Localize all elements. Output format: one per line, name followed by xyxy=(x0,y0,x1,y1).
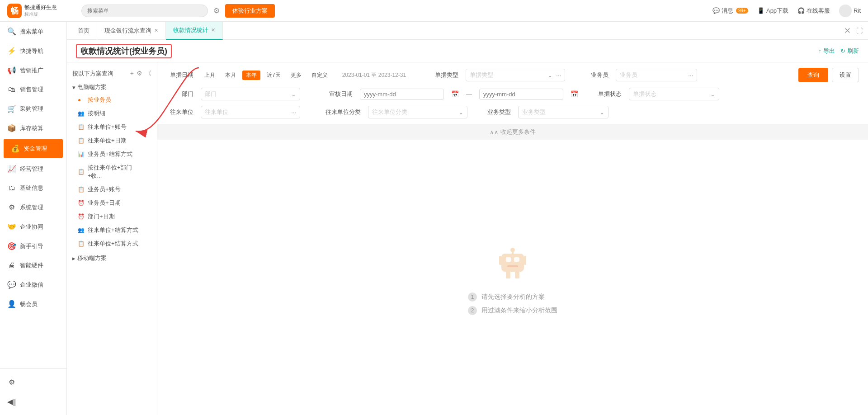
scheme-settings-icon[interactable]: ⚙ xyxy=(137,70,142,78)
tab-collection[interactable]: 收款情况统计 ✕ xyxy=(166,22,223,40)
tab-home[interactable]: 首页 xyxy=(71,22,97,40)
sidebar-item-operations[interactable]: 📈 经营管理 xyxy=(0,159,66,179)
export-icon: ↑ xyxy=(819,47,822,54)
add-scheme-icon[interactable]: + xyxy=(130,70,134,78)
close-all-tabs[interactable]: ✕ xyxy=(840,26,854,36)
calendar-end-icon[interactable]: 📅 xyxy=(571,90,578,98)
dept-select[interactable]: 部门 ⌄ xyxy=(201,88,300,100)
settings-icon: ⚙ xyxy=(7,378,16,387)
partner-category-select[interactable]: 往来单位分类 ⌄ xyxy=(368,106,467,118)
voucher-type-select[interactable]: 单据类型 ⌄ ··· xyxy=(466,69,565,81)
date-tab-last-month[interactable]: 上月 xyxy=(201,71,219,80)
main-area: 首页 现金银行流水查询 ✕ 收款情况统计 ✕ ✕ ⛶ 收款情况统计(按业务员) … xyxy=(67,22,868,415)
biz-type-label: 业务类型 xyxy=(484,108,511,116)
search-input[interactable] xyxy=(81,5,208,17)
sidebar-item-marketing[interactable]: 📢 营销推广 xyxy=(0,61,66,80)
tab-close-bank[interactable]: ✕ xyxy=(154,28,158,33)
sidebar-item-basic[interactable]: 🗂 基础信息 xyxy=(0,179,66,198)
review-date-end[interactable] xyxy=(479,89,563,100)
inventory-icon: 📦 xyxy=(7,124,16,132)
scheme-collapse-icon[interactable]: 《 xyxy=(145,70,151,78)
voucher-status-select[interactable]: 单据状态 ⌄ xyxy=(629,88,719,100)
sidebar-item-search[interactable]: 🔍 搜索菜单 xyxy=(0,22,66,41)
partner-category-arrow: ⌄ xyxy=(458,109,463,116)
partner-account-icon: 📋 xyxy=(78,124,85,130)
partner-select[interactable]: 往来单位 ··· xyxy=(201,106,300,118)
scheme-item-partner-date[interactable]: 📋 往来单位+日期 xyxy=(67,134,157,147)
collapse-more-btn[interactable]: ∧∧ 收起更多条件 xyxy=(157,124,868,140)
scheme-item-dept-date[interactable]: ⏰ 部门+日期 xyxy=(67,210,157,223)
scheme-item-salesman-account[interactable]: 📋 业务员+账号 xyxy=(67,183,157,196)
more-icon[interactable]: ··· xyxy=(556,72,561,79)
wechat-icon: 💬 xyxy=(7,280,16,289)
download-icon: 📱 xyxy=(757,7,764,14)
try-btn[interactable]: 体验行业方案 xyxy=(225,4,275,18)
empty-robot-icon xyxy=(490,240,535,285)
sidebar-item-member[interactable]: 👤 畅会员 xyxy=(0,294,66,314)
sidebar-item-inventory[interactable]: 📦 库存核算 xyxy=(0,118,66,138)
date-label: 单据日期 xyxy=(166,71,193,79)
search-icon: 🔍 xyxy=(7,27,16,36)
avatar xyxy=(839,5,852,17)
sidebar-item-nav[interactable]: ⚡ 快捷导航 xyxy=(0,41,66,61)
filter-actions: 查询 设置 xyxy=(798,68,859,82)
tab-expand[interactable]: ⛶ xyxy=(854,27,864,34)
scheme-item-salesman-date[interactable]: ⏰ 业务员+日期 xyxy=(67,196,157,210)
online-service-btn[interactable]: 🎧 在线客服 xyxy=(797,7,830,15)
review-date-start[interactable] xyxy=(360,89,444,100)
top-bar: 畅 畅捷通好生意 标准版 ⚙ 体验行业方案 💬 消息 99+ 📱 App下载 🎧… xyxy=(0,0,868,22)
svg-rect-9 xyxy=(512,252,514,255)
settings-icon[interactable]: ⚙ xyxy=(213,6,220,15)
user-area[interactable]: Rit xyxy=(839,5,861,17)
salesman-label: 业务员 xyxy=(581,71,609,79)
calendar-start-icon[interactable]: 📅 xyxy=(451,90,459,98)
salesman-value: 业务员 xyxy=(620,71,637,79)
sidebar-item-system[interactable]: ⚙ 系统管理 xyxy=(0,198,66,217)
date-tab-custom[interactable]: 自定义 xyxy=(308,71,331,80)
biz-type-select[interactable]: 业务类型 ⌄ xyxy=(518,106,609,118)
partner-more[interactable]: ··· xyxy=(291,109,296,116)
sidebar-item-collab[interactable]: 🤝 企业协同 xyxy=(0,217,66,236)
finance-icon: 💰 xyxy=(11,144,20,153)
tab-close-collection[interactable]: ✕ xyxy=(211,27,215,33)
empty-state: 1 请先选择要分析的方案 2 用过滤条件来缩小分析范围 xyxy=(157,140,868,415)
page-actions: ↑ 导出 ↻ 刷新 xyxy=(819,47,859,55)
scheme-item-salesman-settle[interactable]: 📊 业务员+结算方式 xyxy=(67,147,157,161)
svg-rect-3 xyxy=(507,265,518,267)
query-btn[interactable]: 查询 xyxy=(798,68,828,82)
date-tab-this-month[interactable]: 本月 xyxy=(222,71,240,80)
review-date-label: 审核日期 xyxy=(326,90,353,98)
date-tab-this-year[interactable]: 本年 xyxy=(242,71,260,80)
tab-bank-flow[interactable]: 现金银行流水查询 ✕ xyxy=(97,22,166,40)
export-btn[interactable]: ↑ 导出 xyxy=(819,47,835,55)
top-search xyxy=(81,5,208,17)
sidebar-item-guide[interactable]: 🎯 新手引导 xyxy=(0,236,66,256)
sidebar-item-wechat[interactable]: 💬 企业微信 xyxy=(0,275,66,294)
settings-btn[interactable]: 设置 xyxy=(832,68,859,82)
sidebar-item-hardware[interactable]: 🖨 智能硬件 xyxy=(0,256,66,275)
sidebar-item-settings[interactable]: ⚙ xyxy=(0,373,66,392)
svg-rect-6 xyxy=(506,272,510,278)
refresh-btn[interactable]: ↻ 刷新 xyxy=(840,47,859,55)
scheme-item-salesman[interactable]: ● 按业务员 xyxy=(67,93,157,107)
voucher-status-value: 单据状态 xyxy=(633,90,656,98)
sidebar-item-collapse[interactable]: ◀‖ xyxy=(0,392,66,411)
scheme-item-detail[interactable]: 👥 按明细 xyxy=(67,107,157,120)
salesman-select[interactable]: 业务员 ··· xyxy=(616,69,697,81)
scheme-item-partner-settle2[interactable]: 📋 往来单位+结算方式 xyxy=(67,237,157,250)
sidebar-item-purchase[interactable]: 🛒 采购管理 xyxy=(0,99,66,118)
sidebar-item-sales[interactable]: 🛍 销售管理 xyxy=(0,80,66,99)
scheme-item-partner-settle1[interactable]: 👥 往来单位+结算方式 xyxy=(67,223,157,237)
pc-group-title[interactable]: ▾ 电脑端方案 xyxy=(67,81,157,93)
scheme-item-partner-dept[interactable]: 📋 按往来单位+部门+收... xyxy=(67,161,157,183)
mobile-group-title[interactable]: ▸ 移动端方案 xyxy=(67,252,157,264)
message-btn[interactable]: 💬 消息 99+ xyxy=(712,7,748,15)
app-download-btn[interactable]: 📱 App下载 xyxy=(757,7,788,15)
scheme-item-partner-account[interactable]: 📋 往来单位+账号 xyxy=(67,120,157,134)
detail-icon: 👥 xyxy=(78,110,85,117)
date-tab-7days[interactable]: 近7天 xyxy=(263,71,284,80)
date-tab-more[interactable]: 更多 xyxy=(287,71,305,80)
marketing-icon: 📢 xyxy=(7,66,16,75)
sidebar-item-finance[interactable]: 💰 资金管理 xyxy=(4,139,63,158)
pc-scheme-group: ▾ 电脑端方案 ● 按业务员 👥 按明细 📋 往来单位+账号 xyxy=(67,81,157,250)
